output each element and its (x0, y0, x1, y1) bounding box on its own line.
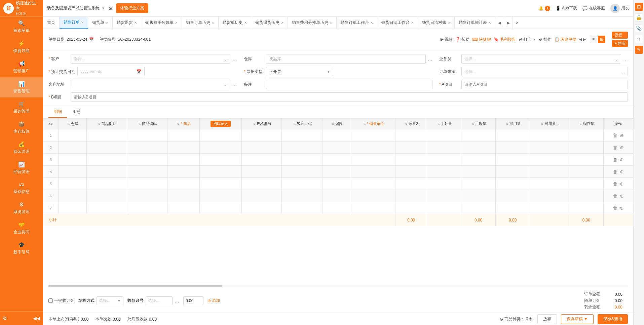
customer-more-icon[interactable]: … (232, 56, 237, 62)
help-action[interactable]: ❓ 帮助 (455, 37, 469, 42)
sidebar-item-系统管理[interactable]: ⚙系统管理 (0, 198, 43, 218)
account-more-icon[interactable]: … (175, 298, 179, 303)
prev-record-icon[interactable]: ◀ (579, 37, 582, 42)
staff-more-icon[interactable]: … (623, 56, 628, 62)
sidebar-item-企业协同[interactable]: 🤝企业协同 (0, 218, 43, 238)
project-b-input[interactable] (71, 92, 628, 102)
sidebar-item-采购管理[interactable]: 🛒采购管理 (0, 97, 43, 118)
sidebar-item-搜索菜单[interactable]: 🔍搜索菜单 (0, 17, 43, 37)
row-copy-btn[interactable]: ⊕ (619, 132, 624, 139)
tab-钱货日清对账[interactable]: 钱货日清对账✕ (418, 17, 455, 29)
history-action[interactable]: 📋 历史单据 (554, 37, 576, 42)
right-panel-btn-2[interactable]: 🔒 (635, 13, 643, 22)
tab-close-icon[interactable]: ✕ (488, 21, 491, 25)
row-delete-btn[interactable]: 🗑 (612, 156, 618, 163)
grid-layout-btn[interactable]: ⊞ (598, 36, 605, 43)
tab-销售费用分摊单[interactable]: 销售费用分摊单✕ (141, 17, 182, 29)
tab-prev-btn[interactable]: ◀ (495, 17, 504, 29)
warehouse-more-icon[interactable]: … (428, 56, 432, 62)
one-click-confirm-label[interactable]: 一键收订金 (48, 298, 74, 303)
online-service-item[interactable]: 💬 在线客服 (582, 5, 605, 11)
tab-close-icon[interactable]: ✕ (370, 21, 373, 25)
operate-action[interactable]: ⚙ 操作 (539, 37, 552, 42)
right-panel-btn-1[interactable]: ⊞ (635, 3, 643, 11)
add-payment-btn[interactable]: ⊕ 添加 (207, 298, 220, 303)
address-more-icon[interactable]: … (232, 82, 237, 87)
row-copy-btn[interactable]: ⊕ (619, 168, 624, 175)
right-panel-btn-3[interactable]: 📎 (635, 24, 643, 32)
delivery-date-input[interactable]: yyyy-mm-dd 📅 (77, 67, 145, 76)
user-item[interactable]: 👤 用友 (610, 4, 629, 13)
customer-input[interactable]: 选择... (71, 54, 230, 64)
calendar-icon[interactable]: 📅 (89, 37, 94, 42)
topbar-gear-icon[interactable]: ⚙ (108, 6, 113, 11)
tab-首页[interactable]: 首页 (43, 17, 60, 29)
settle-method-select[interactable]: 选择... ▼ (97, 296, 123, 305)
shortcut-action[interactable]: ⌨ 快捷键 (472, 37, 491, 42)
tab-销售费用分摊单历史[interactable]: 销售费用分摊单历史✕ (288, 17, 337, 29)
scroll-thumb[interactable] (48, 285, 222, 287)
print-action[interactable]: 🖨 打印 ▼ (519, 37, 536, 42)
tab-close-icon[interactable]: ✕ (244, 21, 247, 25)
row-delete-btn[interactable]: 🗑 (612, 144, 618, 151)
tab-close-icon[interactable]: ✕ (411, 21, 414, 25)
notice-item[interactable]: 🔔 9 (538, 6, 550, 11)
detail-tab-明细[interactable]: 明细 (48, 106, 67, 118)
row-copy-btn[interactable]: ⊕ (619, 156, 624, 163)
tab-close-icon[interactable]: ✕ (106, 21, 108, 25)
tab-close-icon[interactable]: ✕ (134, 21, 137, 25)
settings-icon[interactable]: ⚙ (1, 314, 8, 322)
sidebar-item-销售管理[interactable]: 📊销售管理 (0, 77, 43, 97)
row-copy-btn[interactable]: ⊕ (619, 180, 624, 187)
right-panel-btn-4[interactable]: ☆ (635, 35, 643, 43)
tab-钱货日清工作台[interactable]: 钱货日清工作台✕ (377, 17, 418, 29)
sidebar-item-库存核算[interactable]: 📦库存核算 (0, 118, 43, 138)
tab-销货单历史[interactable]: 销货单历史✕ (219, 17, 251, 29)
tab-销售订单工作台[interactable]: 销售订单工作台✕ (337, 17, 377, 29)
settings-btn[interactable]: 设置 (612, 32, 628, 39)
next-record-icon[interactable]: ▶ (583, 37, 586, 42)
tab-销货退货[interactable]: 销货退货✕ (113, 17, 141, 29)
row-copy-btn[interactable]: ⊕ (619, 193, 624, 199)
row-copy-btn[interactable]: ⊕ (619, 205, 624, 211)
row-copy-btn[interactable]: ⊕ (619, 144, 624, 151)
tab-close-icon[interactable]: ✕ (175, 21, 178, 25)
tab-销售订单统计表[interactable]: 销售订单统计表✕ (455, 17, 495, 29)
sidebar-item-经营管理[interactable]: 📈经营管理 (0, 158, 43, 178)
discard-button[interactable]: 放弃 (537, 314, 557, 324)
solution-button[interactable]: 体验行业方案 (116, 3, 148, 13)
amount-input[interactable]: 0.00 (183, 296, 203, 305)
collapse-icon[interactable]: ◀◀ (32, 314, 42, 322)
col-settings-icon[interactable]: ⚙ (49, 122, 53, 126)
note-input[interactable] (266, 80, 432, 89)
sidebar-item-基础信息[interactable]: 🗂基础信息 (0, 178, 43, 198)
warehouse-input[interactable]: 成品库 (266, 54, 426, 64)
list-layout-btn[interactable]: ≡ (590, 36, 597, 43)
tab-销售订单历史[interactable]: 销售订单历史✕ (182, 17, 219, 29)
save-draft-button[interactable]: 保存草稿 ▼ (561, 314, 594, 324)
tab-close-icon[interactable]: ✕ (448, 21, 450, 25)
sidebar-item-营销推广[interactable]: 📢营销推广 (0, 57, 43, 77)
scan-entry-btn[interactable]: 扫码录入 (211, 121, 231, 127)
invoice-select[interactable]: 不开票 ▼ (266, 67, 333, 76)
sidebar-item-快捷导航[interactable]: ⚡快捷导航 (0, 37, 43, 57)
tab-销货退货历史[interactable]: 销货退货历史✕ (251, 17, 288, 29)
address-input[interactable] (71, 80, 230, 89)
app-download-item[interactable]: 📱 App下载 (556, 5, 577, 11)
one-click-confirm-checkbox[interactable] (48, 298, 53, 303)
tab-next-btn[interactable]: ▶ (504, 17, 513, 29)
tab-close-all-btn[interactable]: ✕ (513, 17, 522, 29)
tab-close-icon[interactable]: ✕ (281, 21, 283, 25)
view-action[interactable]: ▶ 视频 (441, 37, 453, 42)
save-new-button[interactable]: 保存&新增 (598, 314, 628, 324)
account-select[interactable]: 选择... (146, 296, 173, 305)
tab-close-icon[interactable]: ✕ (330, 21, 332, 25)
tab-销货单[interactable]: 销货单✕ (88, 17, 113, 29)
row-delete-btn[interactable]: 🗑 (612, 205, 618, 211)
row-delete-btn[interactable]: 🗑 (612, 180, 618, 187)
profit-action[interactable]: 🔖 毛利预告 (494, 37, 516, 42)
scroll-track[interactable] (48, 285, 628, 287)
row-delete-btn[interactable]: 🗑 (612, 168, 618, 175)
row-delete-btn[interactable]: 🗑 (612, 193, 618, 199)
sidebar-item-资金管理[interactable]: 💰资金管理 (0, 138, 43, 158)
